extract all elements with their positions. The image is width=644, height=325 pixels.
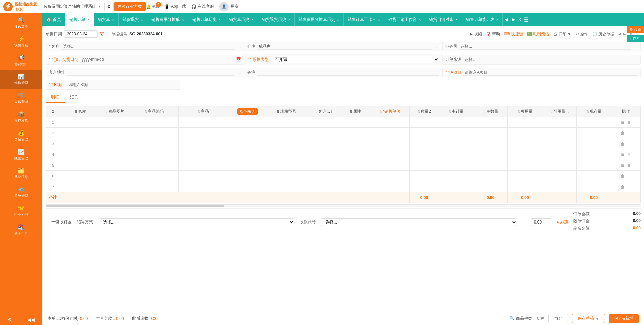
- row-1-unit[interactable]: [370, 117, 410, 128]
- row-1-code[interactable]: [129, 117, 179, 128]
- invoice-select[interactable]: 不开票: [271, 56, 440, 63]
- sidebar-item-operations[interactable]: 📈 经营管理: [0, 145, 42, 164]
- row-3-mainunit[interactable]: [439, 138, 473, 149]
- row-2-unit[interactable]: [370, 128, 410, 138]
- row-7-qty2[interactable]: [410, 181, 439, 192]
- close-expense-history-icon[interactable]: ×: [337, 17, 339, 22]
- row-4-mainunit[interactable]: [439, 149, 473, 160]
- settings-float-btn[interactable]: ⚙ 设置: [627, 26, 644, 33]
- calendar-icon[interactable]: 📅: [100, 32, 105, 36]
- th-mainunit[interactable]: ⇅ 主计量: [439, 106, 473, 117]
- tab-sales-bill-history[interactable]: 销货单历史 ×: [225, 13, 258, 26]
- row-1-image[interactable]: [100, 117, 129, 128]
- order-source-input[interactable]: [463, 56, 638, 63]
- row-6-spec[interactable]: [267, 171, 306, 181]
- row-2-spec[interactable]: [267, 128, 306, 138]
- th-qty2[interactable]: ⇅ 数量2: [410, 106, 439, 117]
- profit-btn[interactable]: 💹 毛利预估: [527, 31, 549, 37]
- close-sales-return-icon[interactable]: ×: [141, 17, 143, 22]
- a-project-input[interactable]: [463, 69, 638, 76]
- discard-button[interactable]: 放弃: [548, 314, 568, 323]
- dots-account[interactable]: ...: [522, 220, 526, 225]
- copy-row-2-icon[interactable]: ⊕: [627, 131, 631, 135]
- operations-btn[interactable]: ⚙ 操作: [575, 31, 588, 37]
- delete-row-3-icon[interactable]: 🗑: [621, 141, 625, 146]
- sidebar-item-guide[interactable]: 📚 新手引导: [0, 220, 42, 239]
- amount-input[interactable]: [531, 218, 551, 226]
- delivery-input[interactable]: [80, 56, 234, 63]
- th-image[interactable]: ⇅ 商品图片: [100, 106, 129, 117]
- delete-row-6-icon[interactable]: 🗑: [621, 174, 625, 178]
- copy-row-7-icon[interactable]: ⊕: [627, 185, 631, 189]
- next-record-btn[interactable]: ▶: [623, 32, 626, 36]
- row-4-warehouse[interactable]: [61, 149, 100, 160]
- row-7-image[interactable]: [100, 181, 129, 192]
- row-7-spec[interactable]: [267, 181, 306, 192]
- row-4-qty2[interactable]: [410, 149, 439, 160]
- remark-input[interactable]: [257, 69, 440, 76]
- tab-summary[interactable]: 汇总: [65, 92, 83, 103]
- row-7-name[interactable]: [179, 181, 228, 192]
- search-product-icon[interactable]: 🔍: [509, 316, 515, 321]
- tab-order-workbench[interactable]: 销售订单工作台 ×: [344, 13, 384, 26]
- row-3-spec[interactable]: [267, 138, 306, 149]
- row-1-mainunit[interactable]: [439, 117, 473, 128]
- row-5-spec[interactable]: [267, 160, 306, 171]
- delete-row-7-icon[interactable]: 🗑: [621, 185, 625, 189]
- row-2-code[interactable]: [129, 128, 179, 138]
- tab-return-history[interactable]: 销货退货历史 ×: [258, 13, 295, 26]
- copy-row-5-icon[interactable]: ⊕: [627, 163, 631, 168]
- row-2-warehouse[interactable]: [61, 128, 100, 138]
- app-download-btn[interactable]: 📱 App下载: [164, 4, 186, 9]
- tab-daily-workbench[interactable]: 钱货日清工作台 ×: [384, 13, 425, 26]
- add-item-float-btn[interactable]: + 物料: [627, 35, 644, 42]
- th-code[interactable]: ⇅ 商品编码: [129, 106, 179, 117]
- row-1-qty2[interactable]: [410, 117, 439, 128]
- row-3-unit[interactable]: [370, 138, 410, 149]
- th-stock[interactable]: ⇅ 现存量: [576, 106, 611, 117]
- b-project-input[interactable]: [67, 82, 177, 88]
- tab-home[interactable]: 🏠 首页: [42, 13, 65, 26]
- staff-more-btn[interactable]: ...: [634, 44, 638, 49]
- row-5-unit[interactable]: [370, 160, 410, 171]
- row-3-mainqty[interactable]: [473, 138, 508, 149]
- row-6-qty2[interactable]: [410, 171, 439, 181]
- row-1-spec[interactable]: [267, 117, 306, 128]
- th-customer-code[interactable]: ⇅ 客户... ℹ: [306, 106, 341, 117]
- row-6-image[interactable]: [100, 171, 129, 181]
- th-warehouse[interactable]: ⇅ 仓库: [61, 106, 100, 117]
- row-4-mainqty[interactable]: [473, 149, 508, 160]
- warehouse-input[interactable]: [257, 43, 433, 50]
- sidebar-collapse-btn[interactable]: ◀◀: [27, 317, 35, 322]
- row-4-image[interactable]: [100, 149, 129, 160]
- row-7-mainqty[interactable]: [473, 181, 508, 192]
- row-5-code[interactable]: [129, 160, 179, 171]
- notification-area[interactable]: 🔔 9 消息: [146, 4, 159, 9]
- delete-row-4-icon[interactable]: 🗑: [621, 152, 625, 157]
- close-order-workbench-icon[interactable]: ×: [378, 17, 380, 22]
- address-input[interactable]: [67, 69, 234, 76]
- close-sales-bill-history-icon[interactable]: ×: [251, 17, 253, 22]
- row-2-name[interactable]: [179, 128, 228, 138]
- customer-input[interactable]: [62, 43, 234, 50]
- row-1-mainqty[interactable]: [473, 117, 508, 128]
- scan-btn[interactable]: 扫码录入: [237, 108, 258, 115]
- tab-close-all[interactable]: ✕: [516, 13, 523, 26]
- th-mainqty[interactable]: ⇅ 主数量: [473, 106, 508, 117]
- row-2-image[interactable]: [100, 128, 129, 138]
- delete-row-5-icon[interactable]: 🗑: [621, 163, 625, 168]
- delete-row-1-icon[interactable]: 🗑: [621, 120, 625, 125]
- address-more-btn[interactable]: ...: [238, 70, 241, 75]
- row-3-name[interactable]: [179, 138, 228, 149]
- row-2-mainqty[interactable]: [473, 128, 508, 138]
- calendar2-icon[interactable]: 📅: [236, 57, 241, 62]
- tab-sales-order[interactable]: 销售订单 ×: [65, 13, 94, 26]
- copy-row-3-icon[interactable]: ⊕: [627, 141, 631, 146]
- row-7-code[interactable]: [129, 181, 179, 192]
- row-1-attr[interactable]: [341, 117, 370, 128]
- delete-row-2-icon[interactable]: 🗑: [621, 131, 625, 135]
- tab-arrow-right[interactable]: ▶: [509, 13, 516, 26]
- row-3-image[interactable]: [100, 138, 129, 149]
- row-1-warehouse[interactable]: [61, 117, 100, 128]
- settlement-select[interactable]: 选择...: [99, 218, 294, 226]
